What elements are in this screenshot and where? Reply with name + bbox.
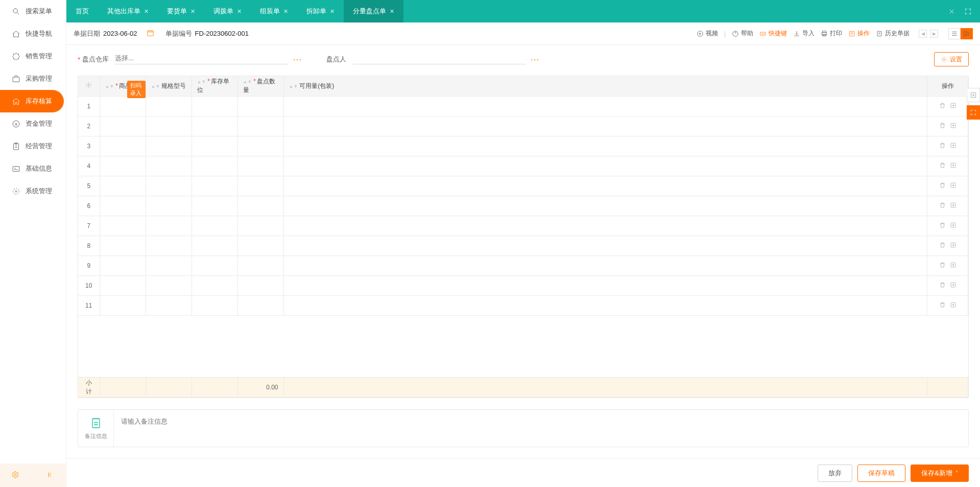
- tab-close-icon[interactable]: ✕: [283, 8, 288, 15]
- next-doc-icon[interactable]: ▶: [930, 30, 938, 38]
- table-row[interactable]: 1: [78, 96, 968, 116]
- side-tool-1-icon[interactable]: [967, 88, 980, 102]
- row-delete-icon[interactable]: [939, 122, 946, 130]
- remark-input[interactable]: [114, 410, 968, 447]
- tab-close-icon[interactable]: ✕: [190, 8, 195, 15]
- table-row[interactable]: 7: [78, 216, 968, 236]
- tab-close-icon[interactable]: ✕: [390, 8, 394, 15]
- sidebar-item-5[interactable]: 资金管理: [0, 112, 66, 135]
- tab-close-icon[interactable]: ✕: [237, 8, 242, 15]
- tab-4[interactable]: 组装单✕: [251, 0, 297, 22]
- discard-button[interactable]: 放弃: [818, 465, 852, 482]
- settings-button[interactable]: 设置: [934, 52, 969, 66]
- collapse-sidebar-icon[interactable]: [46, 471, 55, 480]
- counter-input[interactable]: [352, 54, 526, 62]
- row-index: 9: [78, 256, 100, 275]
- footer-bar: 放弃 保存草稿 保存&新增˄: [66, 458, 980, 487]
- col-unit[interactable]: ▲▼*库存单位: [192, 76, 237, 96]
- table-row[interactable]: 10: [78, 275, 968, 295]
- fullscreen-icon[interactable]: [960, 0, 976, 22]
- tab-close-icon[interactable]: ✕: [144, 8, 149, 15]
- row-add-icon[interactable]: [950, 262, 957, 270]
- table-row[interactable]: 11: [78, 295, 968, 315]
- row-delete-icon[interactable]: [939, 182, 946, 190]
- code-value: FD-20230602-001: [195, 30, 249, 37]
- col-available[interactable]: ▲▼可用量(包装): [283, 76, 927, 96]
- col-spec[interactable]: ▲▼规格型号: [146, 76, 192, 96]
- save-new-button[interactable]: 保存&新增˄: [911, 465, 969, 482]
- prev-doc-icon[interactable]: ◀: [919, 30, 927, 38]
- sidebar-item-3[interactable]: 采购管理: [0, 67, 66, 90]
- row-delete-icon[interactable]: [939, 302, 946, 310]
- tool-print[interactable]: 打印: [821, 29, 842, 38]
- row-delete-icon[interactable]: [939, 142, 946, 150]
- warehouse-picker-icon[interactable]: ⋯: [293, 57, 302, 61]
- side-tool-expand-icon[interactable]: [967, 105, 980, 120]
- note-icon: [90, 417, 102, 430]
- calendar-icon[interactable]: [147, 29, 154, 38]
- col-qty[interactable]: ▲▼*盘点数量: [237, 76, 283, 96]
- table-row[interactable]: 6: [78, 196, 968, 216]
- tab-1[interactable]: 其他出库单✕: [98, 0, 158, 22]
- view-list-icon[interactable]: [948, 28, 961, 39]
- col-product[interactable]: ▲▼*商品扫码录入: [100, 76, 146, 96]
- code-label: 单据编号: [165, 29, 192, 38]
- table-row[interactable]: 3: [78, 136, 968, 156]
- tool-video[interactable]: 视频: [697, 29, 718, 38]
- row-add-icon[interactable]: [950, 202, 957, 210]
- row-add-icon[interactable]: [950, 242, 957, 250]
- row-add-icon[interactable]: [950, 222, 957, 230]
- settings-gear-icon[interactable]: [11, 471, 19, 480]
- sidebar-item-4[interactable]: 库存核算: [0, 90, 64, 112]
- col-gear[interactable]: [78, 76, 100, 96]
- svg-rect-17: [877, 31, 881, 36]
- table-row[interactable]: 9: [78, 256, 968, 275]
- scan-badge[interactable]: 扫码录入: [127, 81, 146, 98]
- tab-0[interactable]: 首页: [66, 0, 98, 22]
- sidebar-item-0[interactable]: 搜索菜单: [0, 0, 66, 22]
- sidebar-item-2[interactable]: 销售管理: [0, 45, 66, 67]
- tool-history[interactable]: 历史单据: [876, 29, 910, 38]
- row-delete-icon[interactable]: [939, 222, 946, 230]
- row-add-icon[interactable]: [950, 182, 957, 190]
- tool-import[interactable]: 导入: [793, 29, 815, 38]
- row-delete-icon[interactable]: [939, 262, 946, 270]
- warehouse-input[interactable]: [115, 54, 289, 62]
- tab-3[interactable]: 调拨单✕: [204, 0, 251, 22]
- sidebar-item-1[interactable]: 快捷导航: [0, 22, 66, 45]
- close-all-tabs-icon[interactable]: [943, 0, 960, 22]
- tab-6[interactable]: 分量盘点单✕: [344, 0, 403, 22]
- row-add-icon[interactable]: [950, 122, 957, 130]
- sidebar-item-7[interactable]: 基础信息: [0, 157, 66, 180]
- row-add-icon[interactable]: [950, 142, 957, 150]
- tool-help[interactable]: 帮助: [732, 29, 753, 38]
- counter-picker-icon[interactable]: ⋯: [530, 57, 539, 61]
- sidebar-item-8[interactable]: 系统管理: [0, 180, 66, 202]
- row-delete-icon[interactable]: [939, 162, 946, 170]
- table-row[interactable]: 5: [78, 176, 968, 196]
- view-form-icon[interactable]: [961, 28, 973, 39]
- row-delete-icon[interactable]: [939, 202, 946, 210]
- subtotal-label: 小计: [78, 378, 100, 398]
- row-add-icon[interactable]: [950, 282, 957, 290]
- row-add-icon[interactable]: [950, 302, 957, 310]
- date-value[interactable]: 2023-06-02: [103, 30, 137, 37]
- tool-shortcut[interactable]: 快捷键: [759, 29, 787, 38]
- row-index: 5: [78, 176, 100, 196]
- table-row[interactable]: 8: [78, 236, 968, 256]
- tab-label: 其他出库单: [107, 7, 140, 16]
- save-draft-button[interactable]: 保存草稿: [857, 465, 905, 482]
- tab-5[interactable]: 拆卸单✕: [297, 0, 344, 22]
- tool-operate[interactable]: 操作: [848, 29, 870, 38]
- row-delete-icon[interactable]: [939, 102, 946, 110]
- subtotal-row: 小计 0.00: [78, 378, 968, 398]
- tab-2[interactable]: 要货单✕: [158, 0, 204, 22]
- row-delete-icon[interactable]: [939, 242, 946, 250]
- row-add-icon[interactable]: [950, 162, 957, 170]
- sidebar-item-6[interactable]: 经营管理: [0, 135, 66, 157]
- table-row[interactable]: 4: [78, 156, 968, 176]
- tab-close-icon[interactable]: ✕: [330, 8, 334, 15]
- row-delete-icon[interactable]: [939, 282, 946, 290]
- table-row[interactable]: 2: [78, 116, 968, 136]
- row-add-icon[interactable]: [950, 102, 957, 110]
